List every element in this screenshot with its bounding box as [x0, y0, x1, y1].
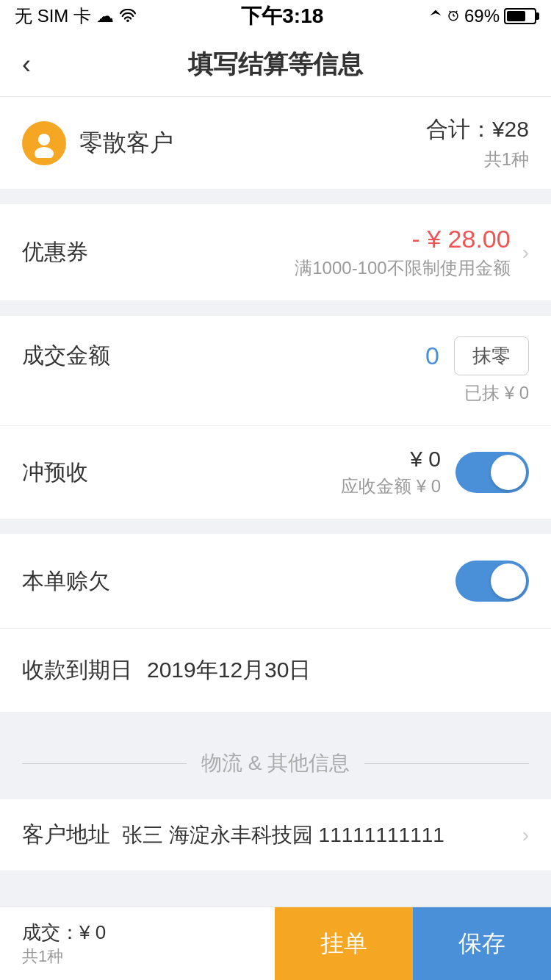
- alarm-icon: [447, 6, 460, 26]
- customer-left: 零散客户: [22, 121, 173, 165]
- customer-count: 共1种: [426, 148, 529, 171]
- round-button[interactable]: 抹零: [454, 336, 529, 375]
- bottom-count: 共1种: [22, 945, 253, 968]
- logistics-section: 物流 & 其他信息: [0, 727, 551, 799]
- status-right: 69%: [429, 6, 536, 26]
- svg-point-6: [38, 134, 50, 145]
- logistics-line-right: [364, 763, 529, 764]
- no-sim-label: 无 SIM 卡 ☁: [15, 4, 114, 28]
- coupon-chevron-icon: ›: [522, 241, 529, 264]
- logistics-line-left: [22, 763, 187, 764]
- due-date-row: 收款到期日 2019年12月30日: [0, 629, 551, 713]
- debt-toggle-knob: [491, 563, 526, 599]
- bottom-deal-label: 成交：: [22, 921, 79, 943]
- transaction-amount: 0: [425, 342, 439, 370]
- customer-row[interactable]: 零散客户 合计：¥28 共1种: [0, 97, 551, 190]
- location-icon: [429, 6, 442, 26]
- address-value: 张三 海淀永丰科技园 11111111111: [122, 821, 511, 849]
- svg-point-7: [35, 147, 54, 158]
- debt-row: 本单赊欠: [0, 534, 551, 629]
- transaction-row: 成交金额 0 抹零 已抹 ¥ 0: [0, 316, 551, 426]
- page-title: 填写结算等信息: [188, 48, 363, 82]
- address-label: 客户地址: [22, 820, 110, 850]
- prepay-right: ¥ 0 应收金额 ¥ 0: [341, 447, 529, 498]
- wifi-icon: [120, 6, 136, 26]
- status-left: 无 SIM 卡 ☁: [15, 4, 136, 28]
- customer-name: 零散客户: [79, 127, 173, 159]
- prepay-amount: ¥ 0: [341, 447, 441, 472]
- status-time: 下午3:18: [241, 2, 323, 30]
- transaction-top: 成交金额 0 抹零: [22, 336, 529, 375]
- transaction-label: 成交金额: [22, 341, 110, 371]
- bottom-bar: 成交：¥ 0 共1种 挂单 保存: [0, 907, 551, 980]
- coupon-label: 优惠券: [22, 237, 88, 267]
- battery-percent: 69%: [464, 6, 500, 26]
- prepay-row: 冲预收 ¥ 0 应收金额 ¥ 0: [0, 426, 551, 519]
- debt-toggle[interactable]: [455, 561, 529, 602]
- coupon-desc: 满1000-100不限制使用金额: [295, 256, 510, 280]
- due-date-label: 收款到期日: [22, 655, 132, 685]
- prepay-label: 冲预收: [22, 458, 88, 488]
- divider-4: [0, 713, 551, 727]
- address-chevron-icon: ›: [522, 824, 529, 847]
- transaction-sub: 已抹 ¥ 0: [22, 381, 529, 405]
- pending-button[interactable]: 挂单: [275, 907, 413, 980]
- svg-line-5: [455, 11, 457, 12]
- nav-bar: ‹ 填写结算等信息: [0, 32, 551, 97]
- customer-total: 合计：¥28: [426, 115, 529, 145]
- main-content: 零散客户 合计：¥28 共1种 优惠券 - ¥ 28.00 满1000-100不…: [0, 97, 551, 980]
- customer-avatar: [22, 121, 66, 165]
- coupon-value-block: - ¥ 28.00 满1000-100不限制使用金额: [295, 225, 510, 280]
- debt-label: 本单赊欠: [22, 566, 110, 597]
- svg-line-4: [450, 11, 451, 12]
- battery-icon: [504, 8, 536, 24]
- address-row[interactable]: 客户地址 张三 海淀永丰科技园 11111111111 ›: [0, 799, 551, 871]
- coupon-row[interactable]: 优惠券 - ¥ 28.00 满1000-100不限制使用金额 ›: [0, 204, 551, 301]
- prepay-toggle[interactable]: [455, 452, 529, 493]
- transaction-right-top: 0 抹零: [425, 336, 529, 375]
- coupon-right: - ¥ 28.00 满1000-100不限制使用金额 ›: [295, 225, 529, 280]
- prepay-value-block: ¥ 0 应收金额 ¥ 0: [341, 447, 441, 498]
- divider-3: [0, 519, 551, 534]
- bottom-info: 成交：¥ 0 共1种: [0, 907, 275, 980]
- divider-1: [0, 190, 551, 204]
- divider-2: [0, 301, 551, 316]
- back-button[interactable]: ‹: [22, 49, 31, 80]
- due-date-value: 2019年12月30日: [147, 655, 311, 685]
- bottom-deal-value: ¥ 0: [79, 921, 106, 943]
- svg-point-0: [126, 19, 129, 22]
- save-button[interactable]: 保存: [413, 907, 551, 980]
- bottom-deal: 成交：¥ 0: [22, 920, 253, 945]
- toggle-knob: [491, 455, 526, 490]
- prepay-sub: 应收金额 ¥ 0: [341, 475, 441, 498]
- coupon-discount: - ¥ 28.00: [295, 225, 510, 253]
- status-bar: 无 SIM 卡 ☁ 下午3:18 69%: [0, 0, 551, 32]
- logistics-text: 物流 & 其他信息: [201, 749, 350, 777]
- customer-right: 合计：¥28 共1种: [426, 115, 529, 171]
